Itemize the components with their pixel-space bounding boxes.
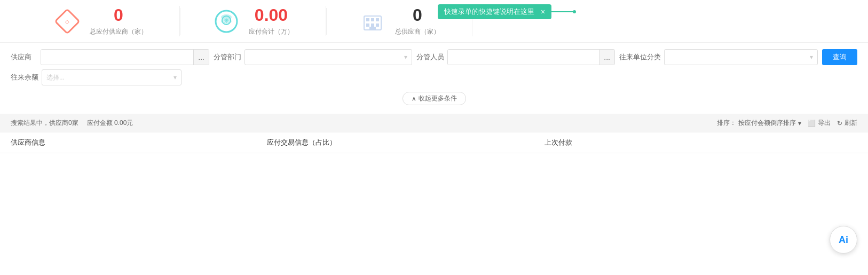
building-icon [359, 7, 386, 35]
total-vendors-label: 总供应商（家） [395, 27, 440, 36]
collapse-up-icon: ∧ [412, 95, 416, 103]
table-body [0, 153, 868, 275]
payable-amount-label: 应付金额 0.00元 [87, 119, 133, 128]
unit-class-chevron-icon: ▾ [810, 53, 813, 61]
col-lastpay-header: 上次付款 [545, 138, 857, 147]
tooltip-text: 快速录单的快捷键说明在这里 [444, 7, 534, 17]
person-input[interactable] [448, 50, 599, 65]
col-payable-header: 应付交易信息（占比） [267, 138, 545, 147]
stats-bar: ◇ 0 总应付供应商（家） 米 0.00 应付合计（万） 快速录单的快捷键说明在… [0, 0, 868, 43]
sort-label: 排序： [717, 119, 736, 128]
export-btn[interactable]: ⬜ 导出 [808, 119, 831, 128]
svg-rect-10 [376, 18, 379, 21]
svg-rect-9 [371, 18, 374, 21]
payable-total-number: 0.00 [255, 6, 288, 25]
balance-chevron-icon: ▾ [173, 74, 177, 81]
export-icon: ⬜ [808, 120, 816, 127]
result-info: 搜索结果中，供应商0家 应付金额 0.00元 [11, 119, 133, 128]
ai-button[interactable]: Ai [830, 226, 857, 254]
col-vendor-header: 供应商信息 [11, 138, 267, 147]
result-actions: 排序： 按应付会额倒序排序 ▾ ⬜ 导出 ↻ 刷新 [717, 119, 857, 128]
person-dots-btn[interactable]: ... [599, 50, 614, 65]
table-header: 供应商信息 应付交易信息（占比） 上次付款 [0, 132, 868, 153]
unit-class-filter-item: 往来单位分类 ▾ [619, 49, 818, 65]
vendor-dots-btn[interactable]: ... [193, 50, 209, 65]
tooltip-bar: 快速录单的快捷键说明在这里 × [438, 4, 551, 19]
total-vendors-number: 0 [413, 6, 422, 25]
refresh-label: 刷新 [845, 119, 857, 128]
balance-select-value: 选择... [46, 73, 65, 82]
vendor-input-wrapper[interactable]: ... [41, 49, 209, 65]
total-payable-vendors-number: 0 [114, 6, 123, 25]
dept-filter-label: 分管部门 [214, 52, 241, 62]
svg-text:米: 米 [224, 18, 229, 23]
result-bar: 搜索结果中，供应商0家 应付金额 0.00元 排序： 按应付会额倒序排序 ▾ ⬜… [0, 114, 868, 132]
total-payable-vendors-block: ◇ 0 总应付供应商（家） [21, 6, 180, 36]
sort-option: 按应付会额倒序排序 [738, 119, 796, 128]
balance-filter-label: 往来余额 [11, 73, 38, 82]
balance-filter-item: 往来余额 选择... ▾ [11, 69, 182, 85]
vendor-input[interactable] [41, 50, 193, 65]
collapse-button[interactable]: ∧ 收起更多条件 [403, 92, 466, 105]
diamond-icon: ◇ [53, 7, 81, 35]
tooltip-close-btn[interactable]: × [541, 7, 545, 16]
dept-filter-item: 分管部门 ▾ [214, 49, 412, 65]
person-input-wrapper[interactable]: ... [447, 49, 615, 65]
unit-class-select[interactable]: ▾ [664, 49, 818, 65]
filter-row-1: 供应商 ... 分管部门 ▾ 分管人员 ... 往来单位分类 [11, 49, 857, 65]
vendor-filter-label: 供应商 [11, 52, 37, 62]
person-filter-item: 分管人员 ... [416, 49, 615, 65]
svg-rect-8 [366, 18, 369, 21]
dept-chevron-icon: ▾ [404, 53, 407, 61]
total-payable-vendors-info: 0 总应付供应商（家） [90, 6, 147, 36]
coin-icon: 米 [212, 7, 240, 35]
svg-rect-14 [369, 27, 376, 30]
unit-class-filter-label: 往来单位分类 [619, 52, 661, 62]
collapse-bar: ∧ 收起更多条件 [11, 90, 857, 109]
person-filter-label: 分管人员 [416, 52, 444, 62]
svg-text:◇: ◇ [65, 19, 69, 25]
payable-total-info: 0.00 应付合计（万） [249, 6, 294, 36]
vendor-filter-item: 供应商 ... [11, 49, 209, 65]
payable-total-block: 米 0.00 应付合计（万） [180, 6, 326, 36]
svg-rect-11 [366, 23, 369, 27]
total-vendors-info: 0 总供应商（家） [395, 6, 440, 36]
collapse-label: 收起更多条件 [419, 94, 457, 103]
sort-select[interactable]: 排序： 按应付会额倒序排序 ▾ [717, 119, 801, 128]
sort-chevron-icon: ▾ [798, 120, 801, 127]
payable-total-label: 应付合计（万） [249, 27, 294, 36]
svg-rect-13 [376, 23, 379, 27]
export-label: 导出 [818, 119, 831, 128]
query-button[interactable]: 查询 [822, 49, 857, 65]
dept-select[interactable]: ▾ [244, 49, 412, 65]
tooltip-dot [572, 9, 577, 14]
filter-row-2: 往来余额 选择... ▾ [11, 69, 857, 85]
refresh-btn[interactable]: ↻ 刷新 [837, 119, 857, 128]
refresh-icon: ↻ [837, 120, 842, 127]
total-payable-vendors-label: 总应付供应商（家） [90, 27, 147, 36]
vendor-count-label: 搜索结果中，供应商0家 [11, 119, 78, 128]
filter-bar: 供应商 ... 分管部门 ▾ 分管人员 ... 往来单位分类 [0, 43, 868, 114]
svg-rect-12 [371, 23, 374, 27]
balance-select[interactable]: 选择... ▾ [42, 69, 182, 85]
